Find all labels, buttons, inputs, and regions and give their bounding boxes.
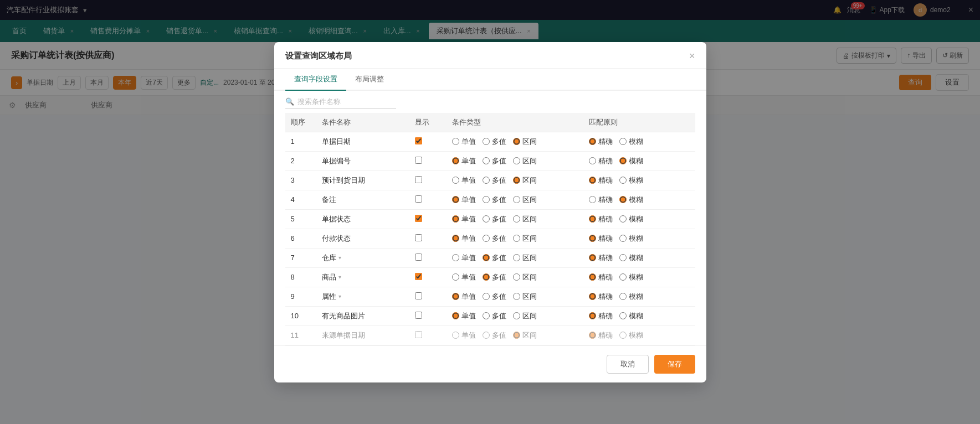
dialog-title: 设置查询区域布局 bbox=[285, 51, 352, 61]
table-header: 顺序 条件名称 显示 条件类型 匹配原则 bbox=[285, 113, 695, 116]
settings-dialog: 设置查询区域布局 × 查询字段设置 布局调整 🔍 顺序 bbox=[274, 42, 706, 116]
dialog-header: 设置查询区域布局 × bbox=[274, 42, 706, 69]
col-header-type: 条件类型 bbox=[447, 113, 583, 116]
search-icon: 🔍 bbox=[285, 97, 294, 106]
modal-overlay: 设置查询区域布局 × 查询字段设置 布局调整 🔍 顺序 bbox=[0, 0, 980, 115]
col-header-name: 条件名称 bbox=[316, 113, 409, 116]
dialog-table-wrapper: 顺序 条件名称 显示 条件类型 匹配原则 1单据日期单值多值区间精确模糊2单据编… bbox=[274, 113, 706, 116]
search-wrapper: 🔍 bbox=[285, 97, 396, 108]
tab-layout-adjust-label: 布局调整 bbox=[355, 75, 384, 83]
col-header-show: 显示 bbox=[409, 113, 447, 116]
conditions-table: 顺序 条件名称 显示 条件类型 匹配原则 1单据日期单值多值区间精确模糊2单据编… bbox=[285, 113, 695, 116]
dialog-tabs: 查询字段设置 布局调整 bbox=[274, 69, 706, 91]
tab-query-fields-label: 查询字段设置 bbox=[294, 75, 337, 83]
dialog-close-button[interactable]: × bbox=[689, 51, 695, 61]
col-header-order: 顺序 bbox=[285, 113, 316, 116]
tab-layout-adjust[interactable]: 布局调整 bbox=[346, 69, 393, 91]
col-header-match: 匹配原则 bbox=[583, 113, 695, 116]
search-input[interactable] bbox=[297, 97, 386, 106]
tab-query-fields[interactable]: 查询字段设置 bbox=[285, 69, 346, 91]
dialog-search: 🔍 bbox=[274, 91, 706, 113]
